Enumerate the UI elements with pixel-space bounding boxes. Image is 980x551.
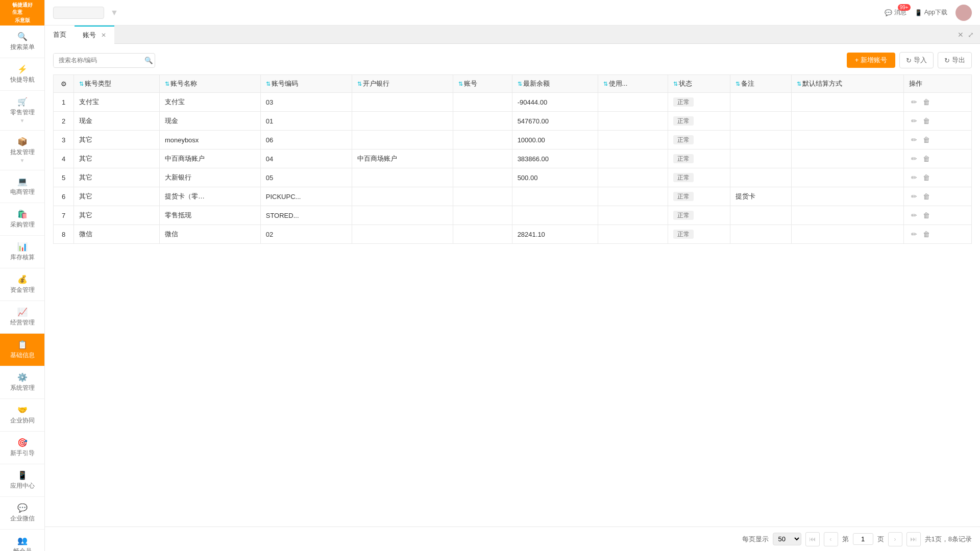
row-use [598, 149, 668, 168]
row-status: 正常 [668, 149, 730, 168]
sidebar-item-member[interactable]: 👥 畅会员 [0, 530, 44, 551]
purchase-icon: 🛍️ [2, 209, 42, 219]
import-button[interactable]: ↻ 导入 [899, 52, 934, 68]
sidebar-menu: 🔍 搜索菜单 ⚡ 快捷导航 🛒 零售管理 ▼ 📦 批发管理 ▼ 💻 电商管理 🛍… [0, 26, 44, 551]
collab-icon: 🤝 [2, 405, 42, 415]
edit-button[interactable]: ✏ [909, 97, 919, 107]
row-type: 其它 [74, 206, 160, 225]
message-button[interactable]: 💬 消息 99+ [885, 8, 906, 17]
edit-button[interactable]: ✏ [909, 116, 919, 126]
export-button[interactable]: ↻ 导出 [938, 52, 972, 68]
row-actions: ✏ 🗑 [903, 206, 971, 225]
row-note [730, 149, 792, 168]
first-page-button[interactable]: ⏮ [805, 532, 820, 546]
col-code[interactable]: ⇅账号编码 [260, 75, 352, 93]
delete-button[interactable]: 🗑 [921, 191, 932, 202]
add-account-button[interactable]: + 新增账号 [847, 53, 895, 68]
search-box[interactable]: 🔍 [53, 53, 155, 68]
sidebar-item-ecommerce[interactable]: 💻 电商管理 [0, 170, 44, 203]
edit-button[interactable]: ✏ [909, 229, 919, 239]
row-num: 7 [54, 206, 74, 225]
prev-page-button[interactable]: ‹ [824, 532, 838, 546]
close-all-icon[interactable]: ✕ [958, 31, 964, 39]
sidebar-item-label: 企业微信 [2, 514, 42, 523]
edit-button[interactable]: ✏ [909, 210, 919, 220]
expand-icon[interactable]: ⤢ [968, 31, 974, 39]
delete-button[interactable]: 🗑 [921, 229, 932, 239]
row-name: 中百商场账户 [159, 149, 260, 168]
sidebar-item-appcenter[interactable]: 📱 应用中心 [0, 464, 44, 497]
row-account [453, 149, 512, 168]
delete-button[interactable]: 🗑 [921, 116, 932, 126]
row-default-settle [791, 225, 903, 244]
page-number-input[interactable]: 1 [853, 533, 873, 545]
col-balance[interactable]: ⇅最新余额 [512, 75, 598, 93]
col-note[interactable]: ⇅备注 [730, 75, 792, 93]
sidebar-item-basicinfo[interactable]: 📋 基础信息 [0, 334, 44, 366]
delete-button[interactable]: 🗑 [921, 210, 932, 220]
last-page-button[interactable]: ⏭ [906, 532, 921, 546]
per-page-select[interactable]: 50 100 [773, 533, 801, 545]
row-code: 01 [260, 112, 352, 131]
sidebar-item-label: 库存核算 [2, 253, 42, 262]
main-content: ▼ 💬 消息 99+ 📱 App下载 首页 账号 ✕ ✕ ⤢ [45, 0, 980, 551]
row-default-settle [791, 206, 903, 225]
col-default-settle[interactable]: ⇅默认结算方式 [791, 75, 903, 93]
row-name: 提货卡（零… [159, 187, 260, 206]
table-row: 3 其它 moneybosx 06 10000.00 正常 ✏ 🗑 [54, 131, 972, 149]
col-use[interactable]: ⇅使用... [598, 75, 668, 93]
edit-button[interactable]: ✏ [909, 154, 919, 164]
wholesale-icon: 📦 [2, 137, 42, 146]
row-num: 5 [54, 168, 74, 187]
app-download-button[interactable]: 📱 App下载 [915, 8, 947, 17]
delete-button[interactable]: 🗑 [921, 154, 932, 164]
search-button[interactable]: 🔍 [140, 54, 155, 67]
page-label: 第 [842, 535, 849, 544]
row-actions: ✏ 🗑 [903, 112, 971, 131]
row-name: 微信 [159, 225, 260, 244]
sidebar-item-corpwx[interactable]: 💬 企业微信 [0, 497, 44, 530]
toolbar-row: 🔍 + 新增账号 ↻ 导入 ↻ 导出 [53, 52, 972, 68]
sidebar-item-business[interactable]: 📈 经营管理 [0, 301, 44, 334]
edit-button[interactable]: ✏ [909, 172, 919, 183]
sidebar-item-purchase[interactable]: 🛍️ 采购管理 [0, 203, 44, 236]
row-use [598, 93, 668, 112]
sidebar-item-wholesale[interactable]: 📦 批发管理 ▼ [0, 131, 44, 170]
sidebar-item-system[interactable]: ⚙️ 系统管理 [0, 366, 44, 399]
row-name: 大新银行 [159, 168, 260, 187]
next-page-button[interactable]: › [888, 532, 902, 546]
sidebar-item-quicknav[interactable]: ⚡ 快捷导航 [0, 58, 44, 91]
sidebar-item-search[interactable]: 🔍 搜索菜单 [0, 26, 44, 58]
col-settings[interactable]: ⚙ [54, 75, 74, 93]
sidebar-item-label: 企业协同 [2, 416, 42, 425]
row-balance: 28241.10 [512, 225, 598, 244]
user-avatar[interactable] [955, 5, 972, 21]
sidebar-item-funds[interactable]: 💰 资金管理 [0, 268, 44, 301]
col-type[interactable]: ⇅账号类型 [74, 75, 160, 93]
row-note [730, 225, 792, 244]
sidebar-item-label: 应用中心 [2, 482, 42, 490]
delete-button[interactable]: 🗑 [921, 135, 932, 145]
col-status[interactable]: ⇅状态 [668, 75, 730, 93]
col-bank[interactable]: ⇅开户银行 [352, 75, 453, 93]
account-search-input[interactable] [54, 54, 140, 67]
tab-home[interactable]: 首页 [45, 26, 75, 44]
tab-close-icon[interactable]: ✕ [101, 32, 106, 39]
header-search-input[interactable] [53, 7, 104, 19]
row-account [453, 187, 512, 206]
sidebar-item-newguide[interactable]: 🎯 新手引导 [0, 432, 44, 464]
sidebar-item-collab[interactable]: 🤝 企业协同 [0, 399, 44, 432]
tab-account[interactable]: 账号 ✕ [75, 26, 114, 44]
col-name[interactable]: ⇅账号名称 [159, 75, 260, 93]
delete-button[interactable]: 🗑 [921, 97, 932, 107]
member-icon: 👥 [2, 536, 42, 545]
sidebar-item-inventory[interactable]: 📊 库存核算 [0, 236, 44, 268]
edit-button[interactable]: ✏ [909, 191, 919, 202]
sidebar-item-retail[interactable]: 🛒 零售管理 ▼ [0, 91, 44, 131]
delete-button[interactable]: 🗑 [921, 172, 932, 183]
row-note [730, 131, 792, 149]
tab-bar: 首页 账号 ✕ ✕ ⤢ [45, 26, 980, 44]
col-account[interactable]: ⇅账号 [453, 75, 512, 93]
edit-button[interactable]: ✏ [909, 135, 919, 145]
phone-icon: 📱 [915, 9, 922, 16]
